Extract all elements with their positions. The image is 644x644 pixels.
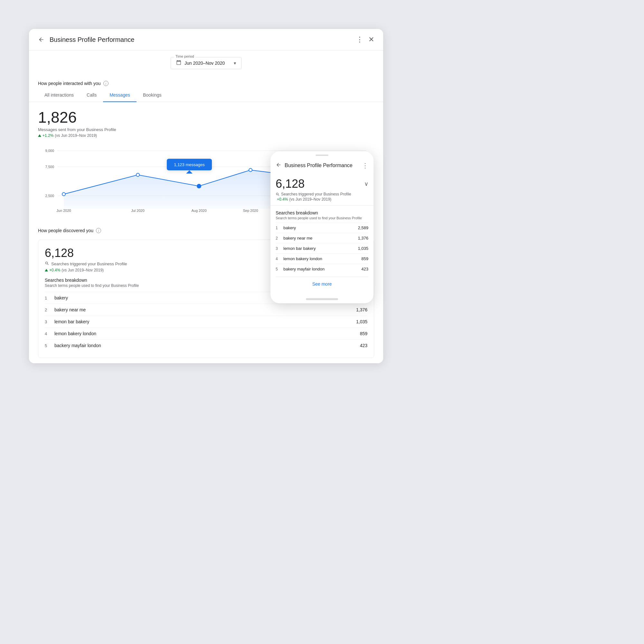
- mobile-more-button[interactable]: ⋮: [362, 162, 368, 169]
- messages-description: Messages sent from your Business Profile: [38, 127, 374, 132]
- term-2: bakery near me: [54, 307, 356, 312]
- mobile-back-button[interactable]: [276, 162, 281, 169]
- chart-point-jul[interactable]: [136, 173, 139, 176]
- mobile-rank-5: 5: [276, 267, 283, 271]
- tabs: All interactions Calls Messages Bookings: [29, 89, 383, 102]
- count-2: 1,376: [356, 307, 367, 312]
- svg-marker-6: [64, 170, 302, 209]
- svg-text:1,123 messages: 1,123 messages: [174, 162, 205, 167]
- term-5: backery mayfair london: [54, 343, 360, 348]
- mobile-search-row-3: 3 lemon bar bakery 1,035: [276, 243, 368, 253]
- discovery-change-value: +0.4%: [49, 268, 60, 272]
- chart-point-jun[interactable]: [62, 193, 65, 196]
- messages-change: +1.2% (vs Jun 2019–Nov 2019): [38, 133, 374, 138]
- mobile-breakdown: Searches breakdown Search terms people u…: [270, 206, 374, 296]
- mobile-breakdown-subtitle: Search terms people used to find your Bu…: [276, 216, 368, 220]
- svg-text:Aug 2020: Aug 2020: [191, 209, 206, 213]
- rank-3: 3: [45, 319, 54, 324]
- mobile-rank-4: 4: [276, 257, 283, 261]
- rank-5: 5: [45, 343, 54, 348]
- count-3: 1,035: [356, 319, 367, 324]
- mobile-handle: [316, 155, 328, 156]
- mobile-term-1: bakery: [283, 225, 358, 230]
- mobile-term-2: bakery near me: [283, 236, 358, 241]
- svg-text:Jun 2020: Jun 2020: [56, 209, 71, 213]
- svg-text:7,500: 7,500: [45, 165, 54, 169]
- discovery-title: How people discovered you: [38, 228, 93, 233]
- discovery-description: Searches triggered your Business Profile: [51, 261, 127, 266]
- mobile-search-row-4: 4 lemon bakery london 859: [276, 253, 368, 264]
- mobile-big-number: 6,128: [276, 177, 305, 191]
- svg-marker-8: [186, 170, 193, 174]
- mobile-description: Searches triggered your Business Profile: [281, 192, 351, 196]
- tab-messages[interactable]: Messages: [103, 89, 137, 102]
- count-4: 859: [360, 331, 367, 336]
- close-button[interactable]: ✕: [368, 35, 374, 44]
- stats-section: 1,826 Messages sent from your Business P…: [29, 102, 383, 138]
- mobile-change-value: +0.4%: [277, 197, 288, 202]
- trend-up-icon: [38, 134, 41, 137]
- term-4: lemon bakery london: [54, 331, 360, 336]
- interactions-info-icon[interactable]: i: [103, 81, 109, 86]
- search-row-4: 4 lemon bakery london 859: [45, 327, 367, 339]
- expand-icon[interactable]: ∨: [364, 180, 368, 187]
- time-period-bar: Time period Jun 2020–Nov 2020 ▾: [29, 51, 383, 76]
- mobile-count-3: 1,035: [358, 246, 368, 251]
- discovery-change-vs: (vs Jun 2019–Nov 2019): [62, 268, 104, 272]
- mobile-count-2: 1,376: [358, 236, 368, 241]
- mobile-count-4: 859: [361, 256, 368, 261]
- dropdown-arrow-icon: ▾: [234, 61, 236, 66]
- chart-point-sep[interactable]: [249, 168, 252, 172]
- interactions-section-header: How people interacted with you i: [29, 76, 383, 89]
- search-row-3: 3 lemon bar bakery 1,035: [45, 316, 367, 327]
- search-icon-sm: [45, 261, 49, 267]
- change-vs: (vs Jun 2019–Nov 2019): [55, 133, 97, 138]
- count-5: 423: [360, 343, 367, 348]
- mobile-search-row-2: 2 bakery near me 1,376: [276, 233, 368, 243]
- mobile-term-3: lemon bar bakery: [283, 246, 358, 251]
- mobile-count-5: 423: [361, 267, 368, 271]
- mobile-term-5: bakery mayfair london: [283, 267, 361, 271]
- discovery-trend-icon: [45, 269, 48, 271]
- time-period-label: Time period: [174, 54, 195, 58]
- svg-text:Sep 2020: Sep 2020: [243, 209, 258, 213]
- interactions-title: How people interacted with you: [38, 81, 101, 86]
- mobile-header: Business Profile Performance ⋮: [270, 159, 374, 173]
- mobile-desc: Searches triggered your Business Profile: [276, 192, 368, 196]
- mobile-rank-1: 1: [276, 226, 283, 230]
- mobile-bottom-bar: [306, 298, 338, 300]
- change-value: +1.2%: [43, 133, 53, 138]
- mobile-change: +0.4% (vs Jun 2019–Nov 2019): [276, 197, 368, 202]
- mobile-rank-3: 3: [276, 246, 283, 251]
- time-period-selector[interactable]: Time period Jun 2020–Nov 2020 ▾: [171, 57, 241, 69]
- messages-count: 1,826: [38, 110, 374, 125]
- mobile-stats: 6,128 ∨ Searches triggered your Business…: [270, 173, 374, 206]
- tab-calls[interactable]: Calls: [80, 89, 103, 102]
- tab-bookings[interactable]: Bookings: [137, 89, 168, 102]
- mobile-title: Business Profile Performance: [285, 163, 362, 168]
- time-period-value: Jun 2020–Nov 2020: [185, 61, 231, 66]
- svg-text:Jul 2020: Jul 2020: [131, 209, 145, 213]
- mobile-rank-2: 2: [276, 236, 283, 241]
- header-actions: ⋮ ✕: [356, 35, 374, 44]
- mobile-breakdown-title: Searches breakdown: [276, 210, 368, 215]
- chart-point-aug[interactable]: [197, 184, 201, 188]
- mobile-term-4: lemon bakery london: [283, 256, 361, 261]
- desktop-title: Business Profile Performance: [50, 36, 356, 43]
- rank-4: 4: [45, 331, 54, 336]
- rank-2: 2: [45, 308, 54, 312]
- rank-1: 1: [45, 296, 54, 300]
- more-button[interactable]: ⋮: [356, 35, 363, 44]
- mobile-number-row: 6,128 ∨: [276, 177, 368, 191]
- search-row-2: 2 bakery near me 1,376: [45, 304, 367, 316]
- back-button[interactable]: [38, 36, 44, 43]
- tab-all-interactions[interactable]: All interactions: [38, 89, 80, 102]
- svg-text:2,500: 2,500: [45, 194, 54, 198]
- mobile-count-1: 2,589: [358, 225, 368, 230]
- chart-tooltip: 1,123 messages: [167, 159, 212, 174]
- see-more-button[interactable]: See more: [276, 277, 368, 291]
- mobile-search-row-1: 1 bakery 2,589: [276, 223, 368, 233]
- discovery-info-icon[interactable]: i: [96, 228, 101, 233]
- mobile-card: Business Profile Performance ⋮ 6,128 ∨ S…: [270, 151, 374, 303]
- term-3: lemon bar bakery: [54, 319, 356, 324]
